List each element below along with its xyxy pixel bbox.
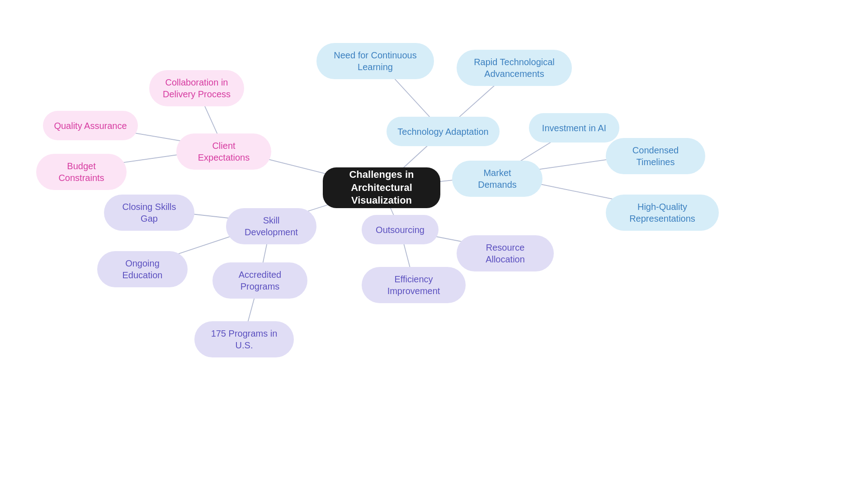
node-client-expectations: Client Expectations — [176, 133, 271, 170]
node-budget-constraints: Budget Constraints — [36, 154, 127, 190]
node-market-demands: Market Demands — [452, 161, 542, 197]
node-rapid-tech: Rapid Technological Advancements — [457, 50, 572, 86]
node-resource-allocation: Resource Allocation — [457, 235, 554, 271]
node-need-continuous-learning: Need for Continuous Learning — [316, 43, 434, 79]
node-closing-skills-gap: Closing Skills Gap — [104, 195, 194, 231]
node-technology-adaptation: Technology Adaptation — [387, 117, 500, 146]
node-accredited-programs: Accredited Programs — [212, 262, 307, 299]
node-high-quality-rep: High-Quality Representations — [606, 195, 719, 231]
node-condensed-timelines: Condensed Timelines — [606, 138, 705, 174]
node-quality-assurance: Quality Assurance — [43, 111, 138, 140]
node-collaboration: Collaboration in Delivery Process — [149, 70, 244, 106]
mind-map-container: Challenges in Architectural Visualizatio… — [0, 0, 868, 490]
node-efficiency-improvement: Efficiency Improvement — [362, 267, 466, 303]
node-investment-ai: Investment in AI — [529, 113, 619, 143]
node-ongoing-education: Ongoing Education — [97, 251, 188, 287]
connections-svg — [0, 0, 868, 490]
node-center: Challenges in Architectural Visualizatio… — [323, 167, 440, 208]
node-175-programs: 175 Programs in U.S. — [194, 321, 294, 357]
node-skill-development: Skill Development — [226, 208, 316, 244]
node-outsourcing: Outsourcing — [362, 215, 439, 244]
